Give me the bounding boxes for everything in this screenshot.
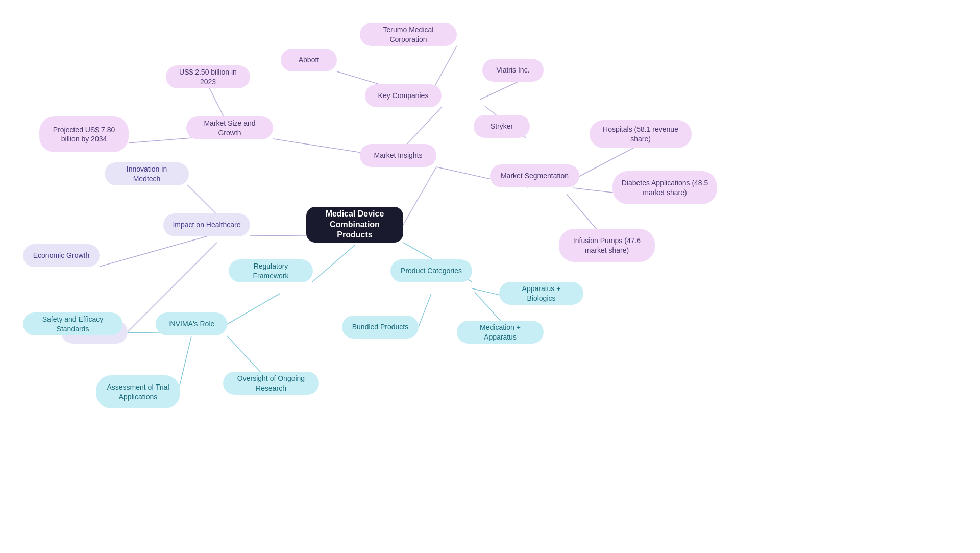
svg-line-19 xyxy=(227,294,280,324)
svg-line-21 xyxy=(180,336,191,386)
svg-line-5 xyxy=(403,107,442,148)
product-cats-node: Product Categories xyxy=(390,259,472,282)
apparatus-bio-node: Apparatus + Biologics xyxy=(499,282,583,305)
stryker-node: Stryker xyxy=(474,115,530,138)
viatris-node: Viatris Inc. xyxy=(482,59,544,82)
key-companies-node: Key Companies xyxy=(365,84,442,107)
oversight-node: Oversight of Ongoing Research xyxy=(223,372,319,395)
market-size-node: Market Size and Growth xyxy=(186,116,273,139)
svg-line-17 xyxy=(100,235,212,267)
bundled-node: Bundled Products xyxy=(342,316,419,339)
safety-node: Safety and Efficacy Standards xyxy=(23,312,122,335)
market-seg-node: Market Segmentation xyxy=(490,164,579,187)
innovation-node: Innovation in Medtech xyxy=(105,162,189,185)
us-2023-node: US$ 2.50 billion in 2023 xyxy=(166,65,250,88)
projected-node: Projected US$ 7.80 billion by 2034 xyxy=(39,116,129,152)
svg-line-2 xyxy=(312,245,355,282)
invima-node: INVIMA's Role xyxy=(156,312,227,335)
svg-line-0 xyxy=(403,167,436,225)
assessment-node: Assessment of Trial Applications xyxy=(96,375,180,408)
impact-node: Impact on Healthcare xyxy=(163,213,250,236)
infusion-node: Infusion Pumps (47.6 market share) xyxy=(559,229,655,262)
center-node: Medical Device Combination Products xyxy=(306,207,403,243)
svg-line-23 xyxy=(419,294,431,327)
market-insights-node: Market Insights xyxy=(360,144,436,167)
medication-node: Medication + Apparatus xyxy=(457,321,544,344)
abbott-node: Abbott xyxy=(281,49,337,71)
regulatory-node: Regulatory Framework xyxy=(229,259,313,282)
hospitals-node: Hospitals (58.1 revenue share) xyxy=(590,120,692,148)
economic-node: Economic Growth xyxy=(23,244,100,267)
svg-line-11 xyxy=(480,82,518,100)
terumo-node: Terumo Medical Corporation xyxy=(360,23,457,46)
diabetes-node: Diabetes Applications (48.5 market share… xyxy=(612,171,717,204)
